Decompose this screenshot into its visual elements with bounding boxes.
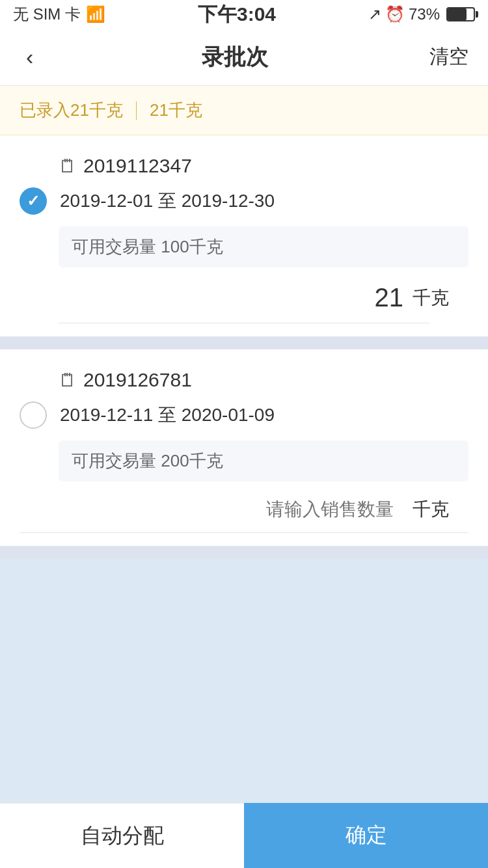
batch2-id: 2019126781: [83, 369, 192, 391]
status-left: 无 SIM 卡 📶: [13, 4, 105, 25]
recorded-value: 21千克: [150, 99, 202, 122]
direction-icon: ↗: [368, 5, 381, 23]
batch1-amount-row: 21 千克: [20, 283, 468, 312]
status-bar: 无 SIM 卡 📶 下午3:04 ↗ ⏰ 73%: [0, 0, 488, 29]
banner-divider: [136, 102, 137, 120]
clear-button[interactable]: 清空: [429, 44, 468, 70]
batch2-quantity-input[interactable]: [20, 499, 413, 520]
batch1-date: 2019-12-01 至 2019-12-30: [60, 189, 275, 213]
auto-distribute-button[interactable]: 自动分配: [0, 803, 244, 868]
batch1-id: 2019112347: [83, 155, 192, 177]
page-title: 录批次: [202, 42, 268, 72]
alarm-icon: ⏰: [385, 5, 405, 23]
batch2-available: 可用交易量 200千克: [59, 441, 468, 481]
batch-card-1: 🗒 2019112347 2019-12-01 至 2019-12-30 可用交…: [0, 135, 488, 336]
batch1-header: 🗒 2019112347: [20, 155, 468, 177]
batch2-date: 2019-12-11 至 2020-01-09: [60, 403, 275, 427]
batch-card-2: 🗒 2019126781 2019-12-11 至 2020-01-09 可用交…: [0, 349, 488, 546]
nav-bar: ‹ 录批次 清空: [0, 29, 488, 86]
batch2-radio[interactable]: [20, 401, 47, 429]
battery-percent: 73%: [409, 5, 440, 23]
batch2-date-row[interactable]: 2019-12-11 至 2020-01-09: [20, 401, 468, 429]
batch2-unit: 千克: [413, 497, 449, 522]
batch1-id-icon: 🗒: [59, 156, 77, 177]
time-label: 下午3:04: [198, 1, 276, 28]
blue-area: [0, 559, 488, 819]
sim-label: 无 SIM 卡: [13, 4, 81, 25]
recorded-label: 已录入21千克: [20, 99, 123, 122]
batch2-input-row[interactable]: 千克: [20, 497, 468, 533]
batch2-header: 🗒 2019126781: [20, 369, 468, 391]
confirm-button[interactable]: 确定: [244, 803, 488, 868]
battery-icon: [446, 7, 475, 21]
wifi-icon: 📶: [86, 5, 105, 23]
batch1-amount: 21: [375, 283, 404, 312]
bottom-bar: 自动分配 确定: [0, 803, 488, 868]
batch2-id-icon: 🗒: [59, 370, 77, 391]
section-separator-1: [0, 336, 488, 349]
batch1-date-row[interactable]: 2019-12-01 至 2019-12-30: [20, 187, 468, 215]
batch1-available: 可用交易量 100千克: [59, 226, 468, 267]
batch1-radio[interactable]: [20, 187, 47, 215]
status-right: ↗ ⏰ 73%: [368, 5, 475, 23]
batch1-unit: 千克: [413, 286, 449, 310]
section-separator-2: [0, 546, 488, 559]
info-banner: 已录入21千克 21千克: [0, 86, 488, 135]
back-button[interactable]: ‹: [20, 38, 40, 76]
